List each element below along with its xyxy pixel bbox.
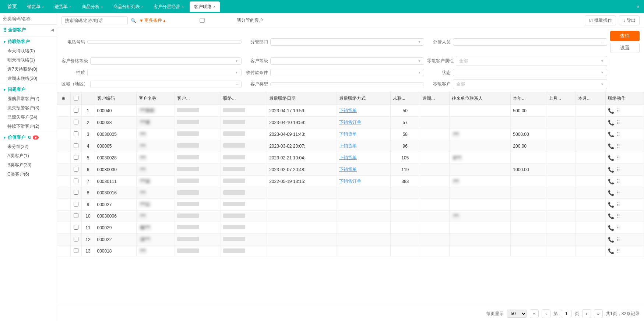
more-action-icon[interactable]: ⠿	[616, 179, 620, 184]
region-input[interactable]: ···	[90, 81, 242, 88]
row-checkbox[interactable]	[74, 131, 78, 136]
search-btn[interactable]: 查询	[610, 31, 640, 41]
nav-tab-sales[interactable]: 销货单 ×	[23, 1, 49, 12]
sidebar-group-problem[interactable]: ▼ 问题客户	[0, 85, 57, 94]
row-checkbox[interactable]	[74, 225, 78, 230]
close-tab-analysis[interactable]: ×	[101, 5, 103, 9]
cell-check[interactable]	[70, 211, 81, 222]
row-checkbox[interactable]	[74, 237, 78, 241]
phone-action-icon[interactable]: 📞	[608, 179, 614, 184]
col-overdue[interactable]: 逾期...	[420, 92, 449, 105]
sidebar-item-warning[interactable]: 流失预警客户(3)	[0, 103, 57, 113]
sidebar-item-overdue[interactable]: 逾期未联络(30)	[0, 74, 57, 83]
sidebar-item-lost[interactable]: 已流失客户(24)	[0, 113, 57, 122]
col-type[interactable]: 客户...	[175, 92, 221, 105]
payment-select[interactable]: ▼	[270, 69, 425, 76]
more-action-icon[interactable]: ⠿	[616, 143, 620, 149]
cell-check[interactable]	[70, 176, 81, 187]
per-page-select[interactable]: 50 100 200	[507, 310, 527, 318]
nav-home[interactable]: 首页	[3, 3, 21, 10]
more-conditions-btn[interactable]: ▼ 更多条件 ▲	[139, 17, 166, 24]
dept-select[interactable]: ▼	[270, 38, 425, 46]
row-checkbox[interactable]	[74, 155, 78, 160]
more-action-icon[interactable]: ⠿	[616, 131, 620, 137]
col-this-year[interactable]: 本年...	[511, 92, 546, 105]
nature-select[interactable]: ▼	[87, 69, 242, 76]
row-checkbox[interactable]	[74, 202, 78, 207]
all-customers-header[interactable]: ⠿ 全部客户 ◀	[0, 25, 57, 35]
row-checkbox[interactable]	[74, 190, 78, 195]
phone-action-icon[interactable]: 📞	[608, 202, 614, 208]
cell-last-method[interactable]: 下销货单	[337, 152, 390, 164]
row-checkbox[interactable]	[74, 179, 78, 183]
cell-last-method[interactable]	[337, 234, 390, 246]
cell-check[interactable]	[70, 128, 81, 140]
price-level-select[interactable]: ▼	[90, 57, 242, 65]
phone-action-icon[interactable]: 📞	[608, 167, 614, 173]
person-input[interactable]: ···	[453, 38, 607, 46]
close-tab-customer-mgmt[interactable]: ×	[182, 5, 184, 9]
sidebar-item-abnormal[interactable]: 囤购异常客户(2)	[0, 94, 57, 103]
sidebar-item-declining[interactable]: 持续下滑客户(2)	[0, 122, 57, 131]
nav-tab-analysis-list[interactable]: 商品分析列表 ×	[109, 1, 148, 12]
more-action-icon[interactable]: ⠿	[616, 120, 620, 126]
cell-last-method[interactable]	[337, 222, 390, 234]
cell-check[interactable]	[70, 199, 81, 211]
more-action-icon[interactable]: ⠿	[616, 155, 620, 161]
phone-action-icon[interactable]: 📞	[608, 108, 614, 114]
cell-check[interactable]	[70, 234, 81, 246]
next-page-btn[interactable]: ›	[582, 309, 591, 318]
nav-tab-customer-contact[interactable]: 客户联络 ×	[190, 1, 220, 12]
phone-action-icon[interactable]: 📞	[608, 120, 614, 126]
more-action-icon[interactable]: ⠿	[616, 225, 620, 231]
row-checkbox[interactable]	[74, 120, 78, 124]
batch-op-btn[interactable]: ☑ 批量操作	[585, 15, 616, 25]
page-input[interactable]	[561, 310, 572, 317]
phone-action-icon[interactable]: 📞	[608, 248, 614, 254]
close-tab-customer-contact[interactable]: ×	[213, 5, 215, 9]
row-checkbox[interactable]	[74, 167, 78, 172]
last-page-btn[interactable]: »	[594, 309, 603, 318]
sidebar-group-pending[interactable]: ▼ 待联络客户	[0, 37, 57, 46]
more-action-icon[interactable]: ⠿	[616, 190, 620, 196]
row-checkbox[interactable]	[74, 143, 78, 148]
cell-check[interactable]	[70, 117, 81, 128]
cell-last-method[interactable]: 下销售订单	[337, 176, 390, 187]
cell-check[interactable]	[70, 164, 81, 176]
phone-action-icon[interactable]: 📞	[608, 155, 614, 161]
cell-check[interactable]	[70, 140, 81, 152]
sidebar-item-b-class[interactable]: B类客户(33)	[0, 160, 57, 170]
cell-check[interactable]	[70, 222, 81, 234]
sidebar-item-7days[interactable]: 近7天待联络(0)	[0, 65, 57, 74]
cell-check[interactable]	[70, 152, 81, 164]
cell-last-method[interactable]: 下销货单	[337, 164, 390, 176]
sidebar-item-tomorrow[interactable]: 明天待联络(1)	[0, 56, 57, 65]
phone-input[interactable]	[87, 40, 242, 44]
col-last-month[interactable]: 上月...	[546, 92, 576, 105]
status-select[interactable]: ▼	[453, 69, 607, 76]
select-all-checkbox[interactable]	[74, 96, 78, 100]
sidebar-item-a-class[interactable]: A类客户(1)	[0, 151, 57, 160]
col-last-method[interactable]: 最后联络方式	[337, 92, 390, 105]
phone-action-icon[interactable]: 📞	[608, 143, 614, 149]
cell-last-method[interactable]: 下销货单	[337, 105, 390, 117]
search-icon[interactable]: 🔍	[131, 18, 136, 23]
cell-last-method[interactable]: 下销售订单	[337, 117, 390, 128]
my-customers-checkbox[interactable]: 我分管的客户	[169, 17, 263, 24]
col-code[interactable]: 客户编码	[95, 92, 137, 105]
my-customers-check[interactable]	[169, 18, 235, 23]
cell-check[interactable]	[70, 187, 81, 199]
phone-action-icon[interactable]: 📞	[608, 213, 614, 219]
more-action-icon[interactable]: ⠿	[616, 213, 620, 219]
retail-attr-select[interactable]: 全部▼	[456, 56, 607, 66]
phone-action-icon[interactable]: 📞	[608, 225, 614, 231]
col-check[interactable]	[70, 92, 81, 105]
more-action-icon[interactable]: ⠿	[616, 248, 620, 254]
customer-type-select[interactable]	[270, 82, 425, 86]
close-tab-sales[interactable]: ×	[42, 5, 44, 9]
customer-level-select[interactable]: ▼	[270, 57, 425, 65]
cell-check[interactable]	[70, 246, 81, 257]
more-action-icon[interactable]: ⠿	[616, 237, 620, 243]
collapse-icon[interactable]: ◀	[51, 28, 54, 32]
more-action-icon[interactable]: ⠿	[616, 202, 620, 208]
